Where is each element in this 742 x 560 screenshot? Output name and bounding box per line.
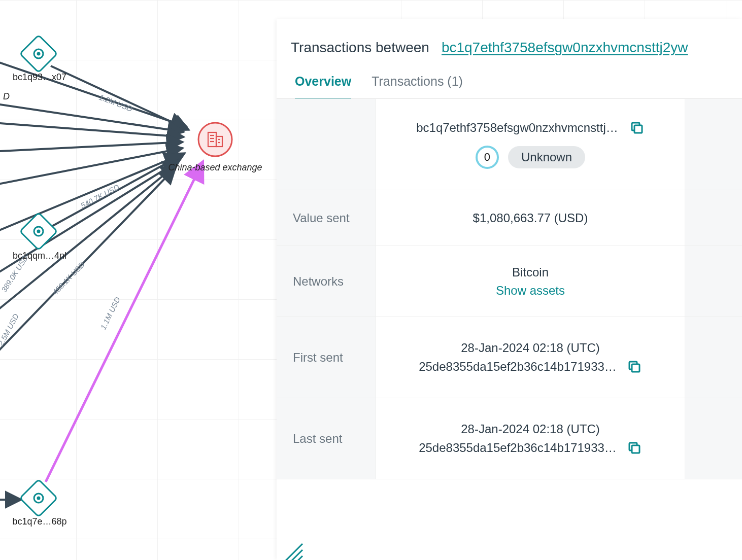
svg-point-23	[37, 52, 41, 56]
svg-line-9	[0, 164, 178, 325]
value-sent: $1,080,663.77 (USD)	[473, 211, 588, 225]
detail-panel: Transactions between bc1q7ethf3758efsgw0…	[277, 19, 742, 560]
svg-rect-31	[632, 364, 639, 372]
copy-icon[interactable]	[627, 440, 642, 456]
graph-canvas[interactable]: China-based exchange bc1q93…x07 bc1qqm…4…	[0, 0, 742, 560]
wallet-node[interactable]	[20, 479, 57, 517]
exchange-node[interactable]	[198, 123, 232, 156]
svg-line-11	[46, 161, 203, 482]
first-sent-time: 28-Jan-2024 02:18 (UTC)	[461, 341, 599, 355]
row-label-empty	[277, 99, 376, 190]
svg-line-35	[296, 556, 302, 560]
svg-line-1	[51, 66, 189, 130]
svg-rect-30	[634, 125, 642, 133]
svg-point-13	[198, 123, 232, 156]
show-assets-link[interactable]: Show assets	[496, 284, 565, 298]
row-label-networks: Networks	[277, 246, 376, 317]
entity-tag: Unknown	[508, 146, 585, 168]
copy-icon[interactable]	[627, 359, 642, 374]
row-label-value-sent: Value sent	[277, 190, 376, 246]
last-sent-time: 28-Jan-2024 02:18 (UTC)	[461, 422, 599, 436]
svg-line-4	[0, 142, 183, 152]
wallet-node-label: bc1q93…x07	[13, 72, 66, 83]
row-label-first-sent: First sent	[277, 317, 376, 398]
row-label-last-sent: Last sent	[277, 398, 376, 479]
last-sent-hash: 25de8355da15ef2b36c14b171933…	[419, 441, 617, 455]
svg-rect-32	[632, 445, 639, 453]
exchange-node-label: China-based exchange	[168, 162, 262, 173]
partial-label: D	[3, 91, 10, 102]
svg-line-3	[0, 122, 184, 137]
panel-title: Transactions between	[291, 40, 429, 56]
address-link[interactable]: bc1q7ethf3758efsgw0nzxhvmcnsttj2yw	[442, 40, 688, 56]
network-name: Bitcoin	[512, 265, 549, 279]
copy-icon[interactable]	[629, 120, 645, 135]
risk-score-badge: 0	[476, 146, 499, 169]
tab-overview[interactable]: Overview	[295, 74, 351, 98]
tabs: Overview Transactions (1)	[277, 74, 742, 98]
address-value: bc1q7ethf3758efsgw0nzxhvmcnsttj…	[416, 121, 618, 135]
resize-handle-icon[interactable]	[283, 543, 303, 560]
svg-point-26	[37, 230, 41, 233]
first-sent-hash: 25de8355da15ef2b36c14b171933…	[419, 360, 617, 374]
svg-point-29	[37, 497, 41, 500]
tab-transactions[interactable]: Transactions (1)	[372, 74, 463, 98]
wallet-node-label: bc1q7e…68p	[12, 516, 66, 527]
